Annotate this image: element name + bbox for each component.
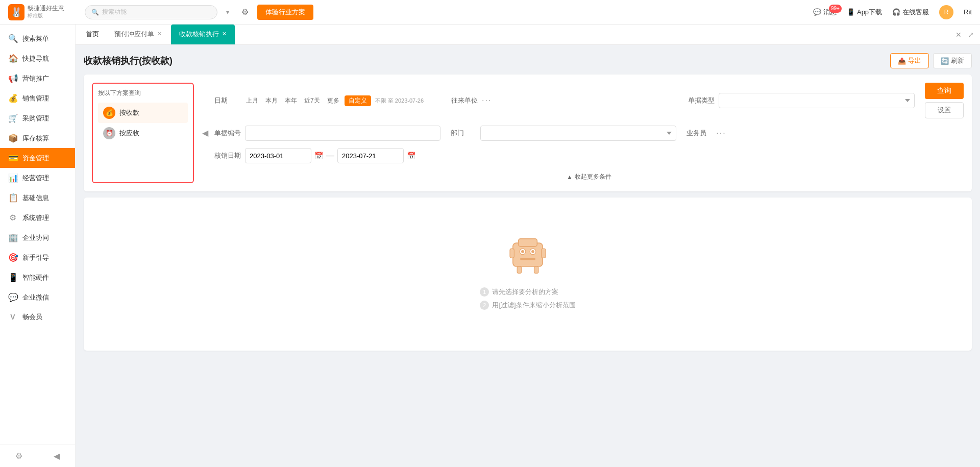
tab-writeoff[interactable]: 收款核销执行 ✕ [171, 24, 235, 44]
export-icon: 📤 [898, 57, 906, 65]
sidebar-item-sales[interactable]: 💰 销售管理 [0, 88, 75, 108]
content-area: 首页 预付冲应付单 ✕ 收款核销执行 ✕ ✕ ⤢ 收款核销执行(按收款) [76, 24, 980, 467]
sidebar-item-guide[interactable]: 🎯 新手引导 [0, 248, 75, 267]
bill-no-filter-group: 单据编号 [214, 126, 440, 141]
search-bar[interactable]: 🔍 搜索功能 [85, 5, 217, 19]
sidebar-item-marketing[interactable]: 📢 营销推广 [0, 68, 75, 88]
online-service-button[interactable]: 🎧 在线客服 [892, 8, 929, 17]
date-filter-group: 日期 上月 本月 本年 近7天 更多 自定义 不限 至 2023-07-26 [214, 95, 441, 106]
refresh-label: 刷新 [951, 56, 964, 65]
query-item-by-receipt[interactable]: 💰 按收款 [98, 103, 188, 123]
salesperson-input[interactable]: ··· [716, 129, 726, 138]
operations-icon: 📊 [8, 173, 17, 183]
date-shortcut-custom[interactable]: 自定义 [345, 95, 371, 106]
date-nolimit-text: 不限 至 2023-07-26 [375, 97, 424, 105]
app-name: 畅捷通好生意 [28, 5, 64, 12]
search-dropdown-icon[interactable]: ▾ [223, 7, 233, 17]
settings-icon[interactable]: ⚙ [238, 5, 252, 19]
app-download-label: App下载 [857, 8, 882, 17]
date-range-separator: — [326, 151, 334, 160]
sidebar-label-quick-nav: 快捷导航 [22, 54, 49, 63]
industry-solution-button[interactable]: 体验行业方案 [257, 5, 313, 20]
writeoff-date-label: 核销日期 [214, 151, 241, 160]
sidebar-settings-icon[interactable]: ⚙ [15, 451, 22, 461]
collapse-more-button[interactable]: ▲ 收起更多条件 [214, 170, 964, 183]
query-button[interactable]: 查询 [925, 83, 964, 99]
message-icon: 💬 [813, 8, 821, 16]
sidebar-collapse-icon[interactable]: ◀ [54, 451, 60, 461]
user-avatar[interactable]: R [939, 5, 953, 19]
svg-rect-1 [519, 239, 537, 247]
writeoff-date-range: 📅 — 📅 [245, 148, 415, 163]
sidebar-item-wechat[interactable]: 💬 企业微信 [0, 287, 75, 307]
sidebar-item-enterprise[interactable]: 🏢 企业协同 [0, 228, 75, 248]
svg-rect-7 [517, 266, 521, 273]
empty-state: 1 请先选择要分析的方案 2 用[过滤]条件来缩小分析范围 [84, 198, 972, 340]
empty-hint-2: 2 用[过滤]条件来缩小分析范围 [480, 301, 575, 310]
sidebar-item-system[interactable]: ⚙ 系统管理 [0, 208, 75, 228]
bill-type-label: 单据类型 [688, 96, 715, 105]
sidebar-item-operations[interactable]: 📊 经营管理 [0, 168, 75, 188]
bill-type-select[interactable] [719, 93, 915, 108]
tab-home[interactable]: 首页 [80, 24, 105, 44]
dept-select[interactable] [480, 126, 677, 141]
member-icon: V [8, 313, 17, 321]
tab-prepay[interactable]: 预付冲应付单 ✕ [106, 24, 170, 44]
sidebar-item-search-menu[interactable]: 🔍 搜索菜单 [0, 29, 75, 48]
tab-prepay-close-icon[interactable]: ✕ [157, 31, 162, 37]
filter-row-1: 日期 上月 本月 本年 近7天 更多 自定义 不限 至 2023-07-26 [214, 83, 964, 118]
writeoff-end-calendar-icon[interactable]: 📅 [407, 152, 415, 160]
svg-rect-6 [520, 258, 535, 260]
service-icon: 🎧 [892, 8, 900, 16]
main-layout: 🔍 搜索菜单 🏠 快捷导航 📢 营销推广 💰 销售管理 🛒 采购管理 📦 库存核… [0, 24, 980, 467]
sidebar-label-basic-info: 基础信息 [22, 193, 49, 203]
collapse-icon: ▲ [567, 174, 573, 181]
date-shortcut-this-month[interactable]: 本月 [263, 95, 280, 106]
writeoff-start-calendar-icon[interactable]: 📅 [314, 152, 323, 160]
sidebar-item-member[interactable]: V 畅会员 [0, 307, 75, 327]
sidebar-item-basic-info[interactable]: 📋 基础信息 [0, 188, 75, 208]
sidebar-item-hardware[interactable]: 📱 智能硬件 [0, 267, 75, 287]
tab-expand-icon[interactable]: ⤢ [966, 29, 976, 41]
sidebar-item-quick-nav[interactable]: 🏠 快捷导航 [0, 48, 75, 68]
tab-close-all-icon[interactable]: ✕ [953, 29, 964, 41]
guide-icon: 🎯 [8, 253, 17, 262]
filter-row-3: 核销日期 📅 — 📅 [214, 148, 964, 163]
setting-button[interactable]: 设置 [925, 102, 964, 118]
writeoff-start-input[interactable] [245, 148, 311, 163]
date-shortcut-more[interactable]: 更多 [325, 95, 341, 106]
username-label: Rit [964, 8, 972, 16]
sidebar-item-finance[interactable]: 💳 资金管理 [0, 148, 75, 168]
tab-writeoff-close-icon[interactable]: ✕ [222, 31, 227, 37]
message-button[interactable]: 💬 消息 99+ [813, 8, 837, 17]
svg-point-4 [521, 250, 524, 253]
system-icon: ⚙ [8, 213, 17, 223]
by-receivable-label: 按应收 [119, 129, 139, 138]
date-shortcut-7days[interactable]: 近7天 [302, 95, 322, 106]
bill-no-input[interactable] [245, 126, 440, 141]
counterparty-label: 往来单位 [451, 96, 478, 105]
page-title: 收款核销执行(按收款) [84, 55, 173, 67]
refresh-button[interactable]: 🔄 刷新 [933, 53, 972, 68]
query-item-by-receivable[interactable]: ⏰ 按应收 [98, 123, 188, 143]
avatar-initials: R [944, 9, 949, 16]
date-label: 日期 [214, 96, 240, 105]
hint-text-1: 请先选择要分析的方案 [492, 287, 558, 297]
writeoff-end-input[interactable] [337, 148, 404, 163]
sidebar-label-finance: 资金管理 [22, 154, 49, 163]
basic-info-icon: 📋 [8, 193, 17, 203]
sidebar: 🔍 搜索菜单 🏠 快捷导航 📢 营销推广 💰 销售管理 🛒 采购管理 📦 库存核… [0, 24, 76, 467]
hardware-icon: 📱 [8, 273, 17, 282]
export-button[interactable]: 📤 导出 [890, 53, 929, 68]
svg-rect-9 [510, 249, 514, 258]
salesperson-filter-group: 业务员 ··· [687, 129, 913, 138]
date-shortcut-this-year[interactable]: 本年 [283, 95, 299, 106]
sidebar-label-sales: 销售管理 [22, 94, 49, 103]
collapse-left-icon: ◀ [202, 128, 208, 138]
counterparty-input[interactable]: ··· [482, 96, 492, 105]
sidebar-item-purchase[interactable]: 🛒 采购管理 [0, 108, 75, 128]
date-shortcut-last-month[interactable]: 上月 [244, 95, 260, 106]
query-collapse-button[interactable]: ◀ [202, 83, 208, 183]
app-download-button[interactable]: 📱 App下载 [847, 8, 882, 17]
sidebar-item-inventory[interactable]: 📦 库存核算 [0, 128, 75, 148]
